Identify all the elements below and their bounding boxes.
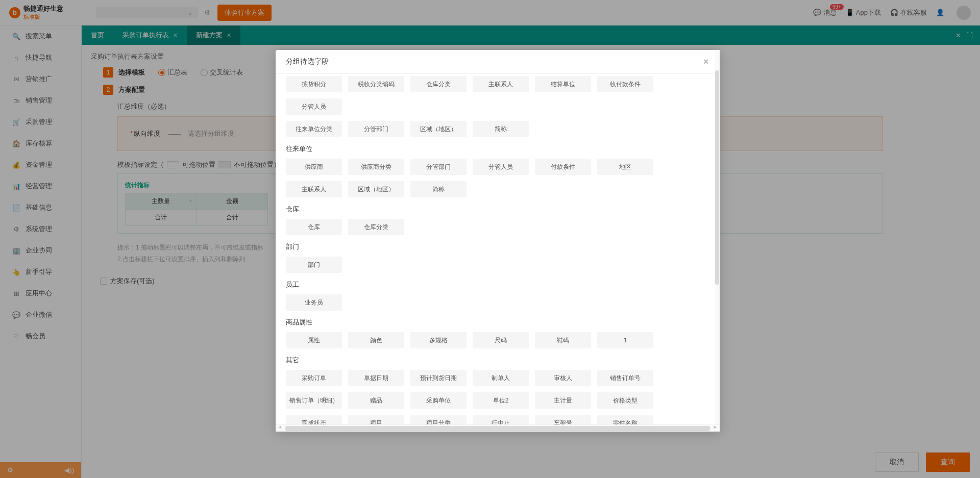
field-group: 部门部门: [286, 242, 709, 273]
field-chip[interactable]: 供应商分类: [348, 159, 404, 175]
group-field-modal: 分组待选字段 ✕ 拣货积分税收分类编码仓库分类主联系人结算单位收付款条件分管人员…: [276, 50, 720, 432]
field-chip[interactable]: 销售订单（明细）: [286, 392, 342, 409]
field-chip[interactable]: 地区: [597, 159, 653, 175]
field-chip[interactable]: 结算单位: [535, 76, 591, 92]
field-chip[interactable]: 仓库: [286, 219, 342, 235]
field-chip[interactable]: 审核人: [535, 370, 591, 386]
close-icon[interactable]: ✕: [703, 57, 709, 66]
field-chip[interactable]: 往来单位分类: [286, 121, 342, 137]
field-chip[interactable]: 分管人员: [473, 159, 529, 175]
field-group: 其它采购订单单据日期预计到货日期制单人审核人销售订单号销售订单（明细）赠品采购单…: [286, 356, 709, 424]
field-chip[interactable]: 项目: [348, 415, 404, 424]
field-chip[interactable]: 属性: [286, 332, 342, 348]
group-title: 部门: [286, 242, 709, 251]
field-chip[interactable]: 收付款条件: [597, 76, 653, 92]
field-chip[interactable]: 主计量: [535, 392, 591, 409]
field-group: 仓库仓库仓库分类: [286, 205, 709, 235]
field-chip[interactable]: 鞋码: [535, 332, 591, 348]
field-chip[interactable]: 采购单位: [410, 392, 467, 409]
field-chip[interactable]: 区域（地区）: [410, 121, 467, 137]
field-chip[interactable]: 颜色: [348, 332, 404, 348]
scrollbar-thumb[interactable]: [715, 74, 719, 285]
group-title: 商品属性: [286, 318, 709, 327]
field-chip[interactable]: 部门: [286, 257, 342, 273]
field-chip[interactable]: 付款条件: [535, 159, 591, 175]
group-title: 员工: [286, 280, 709, 289]
field-group: 员工业务员: [286, 280, 709, 311]
field-chip[interactable]: 仓库分类: [348, 219, 404, 235]
field-chip[interactable]: 分管部门: [348, 121, 404, 137]
field-chip[interactable]: 单据日期: [348, 370, 404, 386]
field-chip[interactable]: 分管部门: [410, 159, 467, 175]
field-chip[interactable]: 业务员: [286, 294, 342, 311]
vertical-scrollbar[interactable]: [715, 74, 720, 424]
group-title: 仓库: [286, 205, 709, 214]
field-group: 往来单位供应商供应商分类分管部门分管人员付款条件地区主联系人区域（地区）简称: [286, 144, 709, 197]
field-chip[interactable]: 分管人员: [286, 98, 342, 115]
group-title: 其它: [286, 356, 709, 365]
field-chip[interactable]: 制单人: [473, 370, 529, 386]
field-chip[interactable]: 主联系人: [473, 76, 529, 92]
field-group: 商品属性属性颜色多规格尺码鞋码1: [286, 318, 709, 348]
field-chip[interactable]: 供应商: [286, 159, 342, 175]
field-chip[interactable]: 区域（地区）: [348, 181, 404, 197]
field-chip[interactable]: 税收分类编码: [348, 76, 404, 92]
field-chip[interactable]: 赠品: [348, 392, 404, 409]
field-chip[interactable]: 简称: [410, 181, 467, 197]
field-chip[interactable]: 简称: [473, 121, 529, 137]
field-chip[interactable]: 价格类型: [597, 392, 653, 409]
modal-title: 分组待选字段: [286, 57, 329, 66]
field-chip[interactable]: 仓库分类: [410, 76, 467, 92]
field-chip[interactable]: 采购订单: [286, 370, 342, 386]
field-chip[interactable]: 销售订单号: [597, 370, 653, 386]
field-chip[interactable]: 1: [597, 332, 653, 348]
group-title: 往来单位: [286, 144, 709, 154]
field-chip[interactable]: 单位2: [473, 392, 529, 409]
field-chip[interactable]: 行中止: [473, 415, 529, 424]
field-chip[interactable]: 尺码: [473, 332, 529, 348]
horizontal-scrollbar[interactable]: [276, 424, 720, 432]
h-scrollbar-thumb[interactable]: [285, 426, 710, 431]
field-chip[interactable]: 项目分类: [410, 415, 467, 424]
field-chip[interactable]: 车架号: [535, 415, 591, 424]
field-chip[interactable]: 拣货积分: [286, 76, 342, 92]
field-chip[interactable]: 完成状态: [286, 415, 342, 424]
field-chip[interactable]: 多规格: [410, 332, 467, 348]
field-chip[interactable]: 预计到货日期: [410, 370, 467, 386]
field-chip[interactable]: 主联系人: [286, 181, 342, 197]
field-chip[interactable]: 零件名称: [597, 415, 653, 424]
modal-body: 拣货积分税收分类编码仓库分类主联系人结算单位收付款条件分管人员 往来单位分类分管…: [276, 74, 720, 424]
modal-header: 分组待选字段 ✕: [276, 50, 720, 74]
